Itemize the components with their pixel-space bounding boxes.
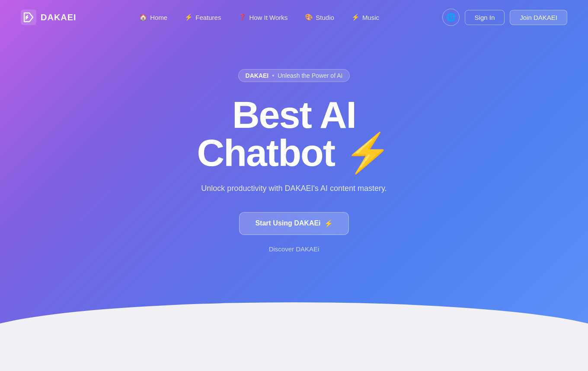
lightning-icon: ⚡ — [344, 134, 391, 172]
hero-title-line1: Best AI — [232, 93, 356, 136]
logo-icon — [21, 10, 36, 25]
navbar: DAKAEI 🏠 Home ⚡ Features ❓ How It Works … — [0, 0, 588, 35]
home-icon: 🏠 — [139, 13, 147, 21]
badge-text: Unleash the Power of AI — [278, 72, 342, 79]
hero-section: DAKAEI 🏠 Home ⚡ Features ❓ How It Works … — [0, 0, 588, 346]
join-button[interactable]: Join DAKAEI — [510, 10, 567, 25]
logo-text: DAKAEI — [41, 13, 77, 22]
globe-icon: 🌐 — [446, 13, 456, 22]
nav-how-it-works[interactable]: ❓ How It Works — [231, 10, 294, 25]
nav-actions: 🌐 Sign In Join DAKAEI — [442, 9, 567, 26]
svg-rect-0 — [21, 10, 36, 25]
badge-brand: DAKAEI — [246, 72, 269, 79]
nav-music[interactable]: ⚡ Music — [345, 10, 386, 25]
nav-studio[interactable]: 🎨 Studio — [298, 10, 341, 25]
hero-title-line2: Chatbot — [197, 131, 335, 174]
language-button[interactable]: 🌐 — [442, 9, 460, 26]
hero-subtitle: Unlock productivity with DAKAEI's AI con… — [201, 182, 387, 195]
footer-area — [0, 346, 588, 371]
cta-label: Start Using DAKAEi — [255, 219, 320, 227]
how-it-works-icon: ❓ — [238, 13, 246, 21]
hero-badge: DAKAEI • Unleash the Power of AI — [238, 69, 350, 82]
signin-button[interactable]: Sign In — [465, 10, 505, 25]
nav-home[interactable]: 🏠 Home — [132, 10, 174, 25]
nav-features[interactable]: ⚡ Features — [178, 10, 228, 25]
hero-content: DAKAEI • Unleash the Power of AI Best AI… — [197, 69, 391, 253]
nav-links: 🏠 Home ⚡ Features ❓ How It Works 🎨 Studi… — [132, 10, 386, 25]
cta-lightning-icon: ⚡ — [324, 219, 333, 228]
hero-title: Best AI Chatbot ⚡ — [197, 96, 391, 172]
features-icon: ⚡ — [185, 13, 193, 21]
music-icon: ⚡ — [352, 13, 360, 21]
studio-icon: 🎨 — [305, 13, 313, 21]
discover-link[interactable]: Discover DAKAEi — [269, 245, 320, 253]
badge-separator: • — [272, 72, 274, 79]
logo[interactable]: DAKAEI — [21, 10, 77, 25]
cta-button[interactable]: Start Using DAKAEi ⚡ — [239, 212, 348, 235]
